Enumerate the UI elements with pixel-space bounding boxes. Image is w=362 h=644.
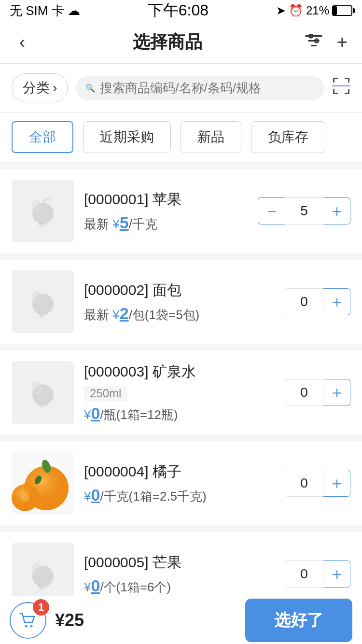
product-price-2: 最新 ¥2/包(1袋=5包): [84, 304, 275, 323]
cart-area: 1 ¥25: [10, 602, 245, 639]
svg-point-18: [32, 290, 42, 304]
svg-text:智+: 智+: [38, 311, 48, 319]
product-info-1: [0000001] 苹果 最新 ¥5/千克: [84, 190, 248, 233]
svg-text:智+: 智+: [38, 584, 48, 591]
qty-plus-button-4[interactable]: ＋: [323, 470, 350, 497]
tab-negative[interactable]: 负库存: [251, 121, 325, 153]
svg-text:智+: 智+: [38, 221, 48, 228]
svg-point-33: [21, 494, 29, 502]
alarm-icon: ⏰: [289, 4, 303, 17]
category-button[interactable]: 分类 ›: [12, 73, 68, 102]
tab-recent[interactable]: 近期采购: [83, 121, 171, 153]
product-info-3: [0000003] 矿泉水 250ml ¥0/瓶(1箱=12瓶): [84, 362, 275, 423]
cart-badge: 1: [33, 599, 49, 616]
cart-button[interactable]: 1: [10, 602, 46, 639]
svg-point-45: [30, 625, 33, 627]
qty-value-4: 0: [285, 470, 323, 497]
product-price-1: 最新 ¥5/千克: [84, 213, 248, 233]
svg-point-15: [32, 199, 42, 213]
tabs-bar: 全部 近期采购 新品 负库存: [0, 112, 362, 162]
qty-value-3: 0: [285, 379, 323, 406]
status-time: 下午6:08: [148, 0, 209, 21]
add-button[interactable]: +: [337, 32, 348, 53]
status-right: ➤ ⏰ 21%: [276, 4, 352, 17]
qty-input-1[interactable]: [285, 197, 323, 224]
product-spec-3: 250ml: [84, 386, 127, 401]
search-bar: 分类 › 🔍: [0, 64, 362, 112]
product-price-5: ¥0/个(1箱=6个): [84, 576, 275, 596]
table-row: 智+ [0000002] 面包 最新 ¥2/包(1袋=5包) 0 ＋: [0, 260, 362, 344]
product-qty-3: 0 ＋: [285, 379, 350, 406]
svg-rect-12: [348, 89, 349, 94]
scan-icon[interactable]: [332, 77, 350, 99]
table-row: 智+ [0000003] 矿泉水 250ml ¥0/瓶(1箱=12瓶) 0 ＋: [0, 350, 362, 434]
table-row: 智+ [0000001] 苹果 最新 ¥5/千克 － ＋: [0, 169, 362, 253]
cart-total: ¥25: [55, 610, 84, 630]
product-image-4: [12, 452, 74, 515]
product-name-1: [0000001] 苹果: [84, 190, 248, 210]
product-qty-1: － ＋: [258, 197, 350, 224]
product-image-3: 智+: [12, 361, 74, 424]
svg-rect-6: [333, 78, 334, 83]
product-name-3: [0000003] 矿泉水: [84, 362, 275, 382]
product-qty-5: 0 ＋: [285, 560, 350, 588]
svg-rect-13: [332, 85, 350, 86]
product-qty-2: 0 ＋: [285, 288, 350, 315]
svg-text:智+: 智+: [38, 402, 48, 409]
qty-value-5: 0: [285, 560, 323, 588]
svg-rect-1: [308, 40, 320, 42]
product-name-5: [0000005] 芒果: [84, 553, 275, 573]
search-input[interactable]: [100, 81, 315, 96]
bottom-bar: 1 ¥25 选好了: [0, 596, 362, 644]
search-icon: 🔍: [85, 84, 95, 93]
table-row: [0000004] 橘子 ¥0/千克(1箱=2.5千克) 0 ＋: [0, 441, 362, 525]
product-qty-4: 0 ＋: [285, 470, 350, 497]
product-image-1: 智+: [12, 180, 74, 242]
qty-plus-button-5[interactable]: ＋: [323, 560, 350, 588]
svg-rect-10: [333, 89, 334, 94]
product-price-3: ¥0/瓶(1箱=12瓶): [84, 404, 275, 423]
nav-actions: +: [305, 32, 348, 53]
sim-status: 无 SIM 卡 ☁: [10, 2, 80, 19]
battery-icon: [332, 5, 352, 16]
qty-plus-button-3[interactable]: ＋: [323, 379, 350, 406]
nav-bar: ‹ 选择商品 +: [0, 21, 362, 64]
qty-value-2: 0: [285, 288, 323, 315]
svg-rect-2: [311, 45, 317, 46]
qty-minus-button-1[interactable]: －: [258, 197, 285, 224]
product-list: 智+ [0000001] 苹果 最新 ¥5/千克 － ＋ 智+ [0000002…: [0, 169, 362, 644]
location-icon: ➤: [276, 4, 286, 17]
filter-icon[interactable]: [305, 32, 322, 53]
svg-rect-0: [305, 35, 322, 37]
tab-new[interactable]: 新品: [181, 121, 241, 153]
qty-plus-button-1[interactable]: ＋: [323, 197, 350, 224]
confirm-button[interactable]: 选好了: [245, 599, 352, 642]
product-info-2: [0000002] 面包 最新 ¥2/包(1袋=5包): [84, 280, 275, 323]
product-image-2: 智+: [12, 270, 74, 333]
svg-point-36: [32, 562, 42, 576]
status-bar: 无 SIM 卡 ☁ 下午6:08 ➤ ⏰ 21%: [0, 0, 362, 21]
page-title: 选择商品: [133, 30, 202, 54]
back-button[interactable]: ‹: [14, 28, 30, 57]
product-price-4: ¥0/千克(1箱=2.5千克): [84, 486, 275, 505]
svg-point-44: [25, 625, 28, 627]
qty-plus-button-2[interactable]: ＋: [323, 288, 350, 315]
battery-percent: 21%: [306, 4, 329, 17]
product-name-2: [0000002] 面包: [84, 280, 275, 300]
svg-point-21: [32, 381, 42, 394]
product-info-4: [0000004] 橘子 ¥0/千克(1箱=2.5千克): [84, 462, 275, 505]
svg-rect-8: [348, 78, 349, 83]
status-left: 无 SIM 卡 ☁: [10, 2, 80, 19]
product-name-4: [0000004] 橘子: [84, 462, 275, 482]
search-input-wrap[interactable]: 🔍: [76, 76, 324, 100]
tab-all[interactable]: 全部: [12, 121, 73, 153]
product-info-5: [0000005] 芒果 ¥0/个(1箱=6个): [84, 553, 275, 596]
